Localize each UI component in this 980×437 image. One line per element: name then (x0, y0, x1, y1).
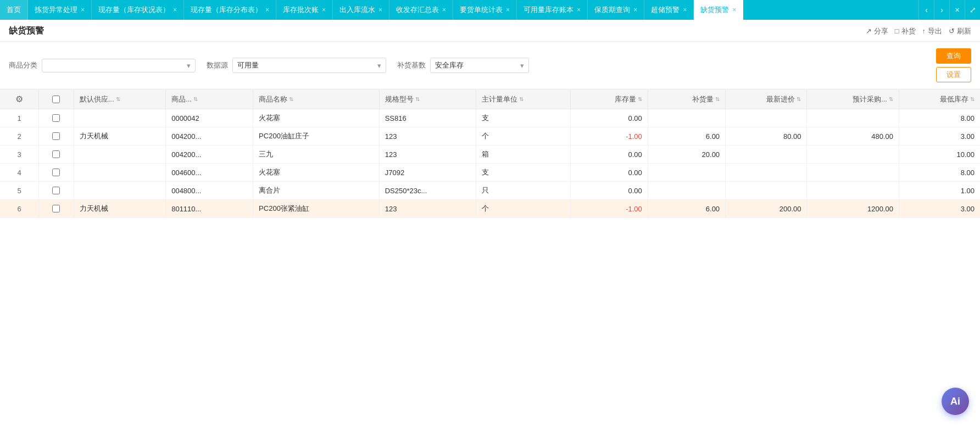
tab-order-stats[interactable]: 要货单统计表 × (453, 0, 517, 20)
header-actions: ↗ 分享 □ 补货 ↑ 导出 ↺ 刷新 (866, 26, 971, 36)
cell-estimated-buy (807, 182, 899, 200)
filter-datasource-select[interactable]: 可用量 ▾ (232, 58, 386, 73)
cell-stock: 0.00 (570, 164, 648, 182)
row-checkbox[interactable] (52, 132, 60, 140)
cell-unit: 个 (476, 200, 570, 218)
th-code[interactable]: 商品... ⇅ (166, 89, 253, 109)
sort-icon-min-stock: ⇅ (970, 96, 975, 102)
cell-name: PC200张紧油缸 (253, 200, 380, 218)
table-row: 2 力天机械 004200... PC200油缸庄子 123 个 -1.00 6… (0, 127, 980, 145)
cell-replenish: 6.00 (648, 127, 725, 145)
tab-abnormal[interactable]: 拣货异常处理 × (28, 0, 92, 20)
tab-fullscreen-btn[interactable]: ⤢ (965, 0, 980, 20)
cell-spec: DS250*23c... (379, 182, 476, 200)
cell-supplier (74, 182, 165, 200)
cell-checkbox[interactable] (39, 109, 74, 127)
page-content: 缺货预警 ↗ 分享 □ 补货 ↑ 导出 ↺ 刷新 商品分类 (0, 20, 980, 437)
cell-replenish (648, 164, 725, 182)
tab-stock-dist[interactable]: 现存量（库存分布表） × (184, 0, 276, 20)
tab-close-available-ledger[interactable]: × (577, 7, 581, 13)
th-stock[interactable]: 库存量 ⇅ (570, 89, 648, 109)
cell-supplier (74, 145, 165, 164)
filter-replenish-basis-select[interactable]: 安全库存 ▾ (430, 58, 529, 73)
th-estimated-buy[interactable]: 预计采购... ⇅ (807, 89, 899, 109)
th-supplier[interactable]: 默认供应... ⇅ (74, 89, 165, 109)
tab-close-batch-account[interactable]: × (322, 7, 326, 13)
tab-close-order-stats[interactable]: × (506, 7, 510, 13)
tab-close-receive-summary[interactable]: × (442, 7, 446, 13)
export-btn[interactable]: ↑ 导出 (922, 26, 943, 36)
th-replenish[interactable]: 补货量 ⇅ (648, 89, 725, 109)
filter-category-select[interactable]: ▾ (42, 59, 196, 72)
tab-close-btn[interactable]: × (949, 0, 965, 20)
tab-prev-btn[interactable]: ‹ (918, 0, 934, 20)
cell-latest-price (726, 145, 807, 164)
row-checkbox[interactable] (52, 169, 60, 176)
row-checkbox[interactable] (52, 114, 60, 122)
cell-checkbox[interactable] (39, 164, 74, 182)
cell-checkbox[interactable] (39, 145, 74, 164)
cell-idx: 4 (0, 164, 39, 182)
cell-stock: 0.00 (570, 145, 648, 164)
settings-button[interactable]: 设置 (936, 67, 971, 82)
table-body: 1 0000042 火花塞 SS816 支 0.00 8.00 2 (0, 109, 980, 218)
row-checkbox[interactable] (52, 187, 60, 194)
th-unit[interactable]: 主计量单位 ⇅ (476, 89, 570, 109)
tab-close-abnormal[interactable]: × (81, 7, 85, 13)
tab-receive-summary[interactable]: 收发存汇总表 × (389, 0, 453, 20)
tab-close-inout-flow[interactable]: × (378, 7, 382, 13)
tab-batch-account[interactable]: 库存批次账 × (276, 0, 333, 20)
filter-replenish-basis-arrow: ▾ (520, 61, 524, 70)
tab-shortage[interactable]: 缺货预警 × (694, 0, 743, 20)
tab-close-stock-dist[interactable]: × (265, 7, 269, 13)
ai-button[interactable]: Ai (942, 388, 969, 415)
filter-replenish-basis-group: 补货基数 安全库存 ▾ (397, 58, 529, 73)
filter-datasource-arrow: ▾ (377, 61, 381, 70)
cell-min-stock: 8.00 (899, 164, 980, 182)
cell-replenish: 20.00 (648, 145, 725, 164)
tab-inout-flow[interactable]: 出入库流水 × (333, 0, 389, 20)
tab-next-btn[interactable]: › (934, 0, 949, 20)
tab-stock-status[interactable]: 现存量（库存状况表） × (92, 0, 184, 20)
cell-min-stock: 8.00 (899, 109, 980, 127)
cell-idx: 1 (0, 109, 39, 127)
refresh-btn[interactable]: ↺ 刷新 (949, 26, 971, 36)
cell-checkbox[interactable] (39, 200, 74, 218)
row-checkbox[interactable] (52, 205, 60, 212)
tab-close-overstock[interactable]: × (683, 7, 687, 13)
cell-code: 004200... (166, 127, 253, 145)
tab-close-expiry[interactable]: × (633, 7, 637, 13)
th-checkbox[interactable] (39, 89, 74, 109)
tab-close-shortage[interactable]: × (732, 7, 736, 13)
tab-home[interactable]: 首页 (0, 0, 28, 20)
cell-replenish: 6.00 (648, 200, 725, 218)
th-settings[interactable]: ⚙ (0, 89, 39, 109)
share-btn[interactable]: ↗ 分享 (866, 26, 888, 36)
cell-min-stock: 3.00 (899, 200, 980, 218)
cell-checkbox[interactable] (39, 182, 74, 200)
select-all-checkbox[interactable] (52, 96, 60, 103)
row-checkbox[interactable] (52, 150, 60, 158)
cell-stock: -1.00 (570, 200, 648, 218)
sort-icon-latest-price: ⇅ (797, 96, 801, 102)
tab-close-stock-status[interactable]: × (173, 7, 177, 13)
cell-checkbox[interactable] (39, 127, 74, 145)
tab-overstock[interactable]: 超储预警 × (644, 0, 694, 20)
cell-replenish (648, 109, 725, 127)
cell-idx: 3 (0, 145, 39, 164)
table-row: 5 004800... 离合片 DS250*23c... 只 0.00 1.00 (0, 182, 980, 200)
th-spec[interactable]: 规格型号 ⇅ (379, 89, 476, 109)
tab-available-ledger[interactable]: 可用量库存账本 × (517, 0, 588, 20)
tab-expiry[interactable]: 保质期查询 × (588, 0, 644, 20)
cell-name: 火花塞 (253, 164, 380, 182)
th-name[interactable]: 商品名称 ⇅ (253, 89, 380, 109)
cell-name: 火花塞 (253, 109, 380, 127)
cell-code: 004800... (166, 182, 253, 200)
cell-unit: 支 (476, 109, 570, 127)
th-latest-price[interactable]: 最新进价 ⇅ (726, 89, 807, 109)
replenish-btn[interactable]: □ 补货 (895, 26, 916, 36)
query-button[interactable]: 查询 (936, 48, 971, 64)
cell-spec: 123 (379, 145, 476, 164)
th-min-stock[interactable]: 最低库存 ⇅ (899, 89, 980, 109)
table-row: 1 0000042 火花塞 SS816 支 0.00 8.00 (0, 109, 980, 127)
